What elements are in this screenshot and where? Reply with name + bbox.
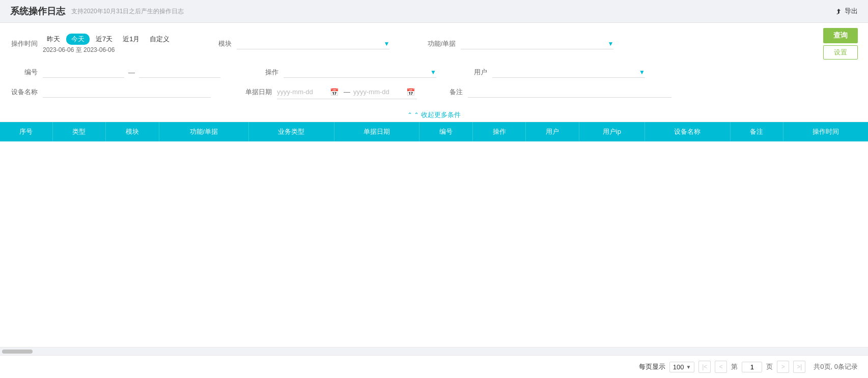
col-op-time: 操作时间: [783, 122, 868, 141]
main-content: 序号 类型 模块 功能/单据 业务类型 单据日期 编号 操作 用户 用户ip 设…: [0, 122, 868, 378]
time-btn-1month[interactable]: 近1月: [119, 34, 144, 45]
module-select[interactable]: ▼: [237, 39, 389, 49]
code-label: 编号: [10, 68, 43, 77]
time-btn-yesterday[interactable]: 昨天: [43, 34, 64, 45]
page-subtitle: 支持2020年10月31日之后产生的操作日志: [71, 7, 184, 16]
function-label: 功能/单据: [420, 39, 461, 48]
pagination: 每页显示 100 ▼ |< < 第 页 > >| 共0页, 0条记录: [0, 355, 868, 378]
col-code: 编号: [419, 122, 472, 141]
page-label-post: 页: [766, 362, 773, 371]
page-first-button[interactable]: |<: [698, 361, 711, 373]
export-label: 导出: [845, 7, 858, 16]
collapse-button[interactable]: ⌃ ⌃ 收起更多条件: [407, 110, 461, 120]
user-chevron-icon: ▼: [639, 69, 645, 76]
collapse-label: 收起更多条件: [421, 110, 461, 120]
module-chevron-icon: ▼: [384, 40, 390, 47]
function-select[interactable]: ▼: [461, 39, 613, 49]
export-icon: ⮭: [835, 7, 843, 15]
page-label-pre: 第: [731, 362, 738, 371]
time-btn-today[interactable]: 今天: [66, 34, 90, 45]
calendar-icon-end[interactable]: 📅: [406, 88, 415, 96]
page-last-button[interactable]: >|: [793, 361, 805, 373]
time-label: 操作时间: [10, 39, 43, 48]
table-container: 序号 类型 模块 功能/单据 业务类型 单据日期 编号 操作 用户 用户ip 设…: [0, 122, 868, 347]
col-voucher-date: 单据日期: [334, 122, 419, 141]
header-bar: 系统操作日志 支持2020年10月31日之后产生的操作日志 ⮭ 导出: [0, 0, 868, 23]
code-dash: —: [128, 69, 135, 76]
page-container: 系统操作日志 支持2020年10月31日之后产生的操作日志 ⮭ 导出 操作时间 …: [0, 0, 868, 378]
function-chevron-icon: ▼: [608, 40, 614, 47]
code-input-start[interactable]: [43, 67, 124, 78]
col-remark: 备注: [730, 122, 783, 141]
calendar-icon-start[interactable]: 📅: [330, 88, 339, 96]
query-button[interactable]: 查询: [823, 28, 858, 43]
col-user-ip: 用户ip: [579, 122, 645, 141]
settings-button[interactable]: 设置: [823, 45, 858, 60]
code-input-end[interactable]: [139, 67, 220, 78]
filter-panel: 操作时间 昨天 今天 近7天 近1月 自定义 2023-06-06 至 2023…: [0, 23, 868, 122]
col-user: 用户: [526, 122, 579, 141]
page-size-label: 每页显示: [639, 362, 665, 371]
page-prev-button[interactable]: <: [715, 361, 727, 373]
col-device: 设备名称: [645, 122, 730, 141]
remark-input[interactable]: [468, 86, 671, 98]
time-btn-7days[interactable]: 近7天: [92, 34, 117, 45]
remark-label: 备注: [447, 88, 468, 97]
col-seq: 序号: [0, 122, 52, 141]
data-table: 序号 类型 模块 功能/单据 业务类型 单据日期 编号 操作 用户 用户ip 设…: [0, 122, 868, 141]
device-label: 设备名称: [10, 88, 43, 97]
operation-label: 操作: [251, 68, 284, 77]
export-button[interactable]: ⮭ 导出: [835, 7, 858, 16]
page-total: 共0页, 0条记录: [814, 362, 858, 371]
page-next-button[interactable]: >: [777, 361, 789, 373]
date-input-end[interactable]: [353, 86, 404, 97]
filter-row-3: 设备名称 单据日期 📅 — 📅 备注: [10, 85, 858, 99]
col-module: 模块: [106, 122, 159, 141]
operation-select[interactable]: ▼: [284, 67, 436, 78]
scrollbar-area[interactable]: [0, 347, 868, 355]
page-size-value: 100: [673, 363, 684, 371]
col-biz-type: 业务类型: [249, 122, 334, 141]
col-function: 功能/单据: [159, 122, 248, 141]
filter-row-1: 操作时间 昨天 今天 近7天 近1月 自定义 2023-06-06 至 2023…: [10, 28, 858, 60]
user-select[interactable]: ▼: [492, 67, 645, 78]
collapse-bar: ⌃ ⌃ 收起更多条件: [10, 106, 858, 122]
module-label: 模块: [204, 39, 237, 48]
time-range: 2023-06-06 至 2023-06-06: [43, 46, 174, 54]
page-size-select[interactable]: 100 ▼: [669, 362, 695, 372]
scrollbar-thumb: [2, 350, 33, 354]
page-title: 系统操作日志: [10, 5, 65, 17]
collapse-up-icon: ⌃ ⌃: [407, 111, 419, 119]
date-dash: —: [344, 88, 350, 96]
filter-row-2: 编号 — 操作 ▼ 用户 ▼: [10, 67, 858, 78]
voucher-date-label: 单据日期: [241, 88, 277, 97]
page-size-chevron: ▼: [686, 364, 691, 370]
device-input[interactable]: [43, 86, 211, 98]
time-btn-custom[interactable]: 自定义: [146, 34, 174, 45]
operation-chevron-icon: ▼: [430, 69, 436, 76]
table-header-row: 序号 类型 模块 功能/单据 业务类型 单据日期 编号 操作 用户 用户ip 设…: [0, 122, 868, 141]
date-input-start[interactable]: [277, 86, 328, 97]
col-operation: 操作: [472, 122, 525, 141]
col-type: 类型: [52, 122, 105, 141]
page-input[interactable]: [742, 362, 762, 372]
user-label: 用户: [467, 68, 492, 77]
